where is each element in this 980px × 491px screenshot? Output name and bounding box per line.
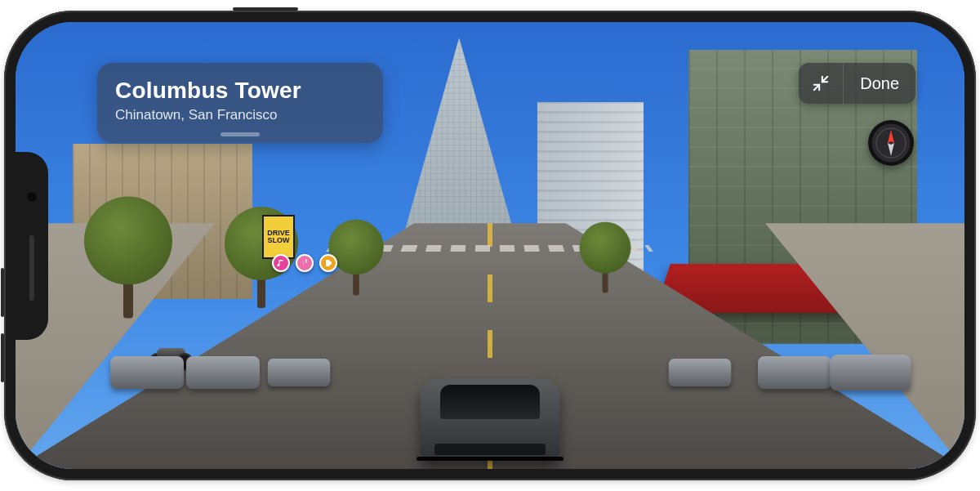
- top-controls: Done: [799, 63, 915, 104]
- poi-marker-bar[interactable]: [319, 254, 337, 272]
- tree: [579, 222, 630, 293]
- svg-marker-2: [888, 143, 894, 156]
- card-grabber[interactable]: [220, 132, 260, 136]
- parked-car: [268, 359, 331, 386]
- drive-slow-sign: DRIVE SLOW: [262, 215, 295, 259]
- parked-car: [110, 356, 184, 389]
- earpiece-speaker: [29, 235, 34, 301]
- minimize-button[interactable]: [799, 63, 844, 104]
- parked-car: [186, 356, 260, 389]
- parked-car: [669, 359, 732, 386]
- power-button: [233, 7, 298, 11]
- svg-marker-1: [888, 130, 894, 143]
- tree: [328, 220, 384, 296]
- device-notch: [16, 152, 48, 340]
- compass-button[interactable]: [868, 120, 914, 166]
- location-subtitle: Chinatown, San Francisco: [115, 107, 365, 123]
- front-camera: [26, 191, 38, 203]
- location-info-card[interactable]: Columbus Tower Chinatown, San Francisco: [97, 63, 383, 143]
- volume-down-button: [1, 333, 4, 382]
- tree: [84, 197, 172, 319]
- parked-car: [831, 355, 911, 391]
- iphone-frame: DRIVE SLOW Columbus Tower Chinatown,: [4, 11, 976, 480]
- done-button[interactable]: Done: [844, 63, 915, 104]
- compass-icon: [875, 127, 907, 159]
- parked-car: [758, 356, 831, 389]
- sign-text: DRIVE SLOW: [264, 230, 293, 244]
- foreground-car: [421, 378, 559, 460]
- poi-marker-music[interactable]: [272, 254, 290, 272]
- look-around-viewport[interactable]: DRIVE SLOW Columbus Tower Chinatown,: [16, 22, 964, 469]
- location-title: Columbus Tower: [115, 78, 365, 104]
- done-label: Done: [860, 74, 899, 93]
- music-note-icon: [276, 258, 286, 268]
- poi-marker-food[interactable]: [296, 254, 314, 272]
- volume-up-button: [1, 268, 4, 317]
- beer-icon: [323, 258, 333, 268]
- home-indicator[interactable]: [416, 457, 564, 461]
- fork-knife-icon: [300, 258, 310, 268]
- minimize-icon: [812, 74, 830, 92]
